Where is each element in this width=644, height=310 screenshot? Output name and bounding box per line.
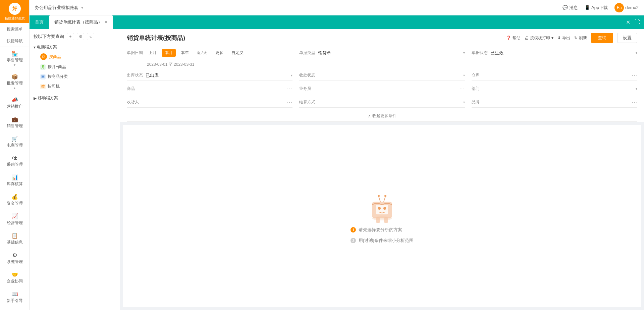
- scheme-settings-btn[interactable]: ⚙: [77, 33, 84, 40]
- enterprise-icon: 🤝: [11, 271, 18, 278]
- collapse-up-icon: ∧: [368, 114, 371, 118]
- query-btn[interactable]: 查询: [591, 33, 613, 43]
- filter-type-field: 单据类型 销货单 ▾: [299, 47, 465, 59]
- app-name: 畅捷通好生意: [5, 16, 25, 20]
- basic-icon: 📋: [11, 232, 18, 239]
- tabbar-controls: ✕ ⛶: [621, 18, 644, 26]
- dept-dropdown-icon: ▾: [636, 87, 637, 91]
- right-panel: 销货单统计表(按商品) ❓ 帮助 🖨 按模板打印 ▾ ⬇: [120, 29, 644, 310]
- tab-expand-btn[interactable]: ⛶: [633, 18, 641, 26]
- add-scheme-btn[interactable]: +: [67, 33, 74, 40]
- date-btn-thismonth[interactable]: 本月: [162, 49, 176, 57]
- page-title: 销货单统计表(按商品): [127, 34, 185, 42]
- sidebar-item-guide[interactable]: 📖 新手引导: [0, 288, 29, 307]
- step-num-2: 2: [351, 238, 356, 243]
- date-btn-custom[interactable]: 自定义: [228, 49, 247, 57]
- sidebar-item-apps[interactable]: 🧩 应用中心: [0, 307, 29, 310]
- export-btn[interactable]: ⬇ 导出: [557, 35, 570, 41]
- filter-paystatus-control[interactable]: ▾: [318, 73, 465, 77]
- filter-dept-control[interactable]: ▾: [490, 87, 637, 91]
- retail-icon: 🏪: [11, 50, 18, 57]
- content-area: 按以下方案查询 + ⚙ « ▾ 电脑端方案 商 按商品 月 按月+商品: [30, 29, 644, 310]
- paystatus-dropdown-icon: ▾: [463, 73, 465, 77]
- tabbar: 首页 销货单统计表（按商品） ✕ ✕ ⛶: [30, 15, 644, 29]
- filter-area: 单据日期 上月 本月 本年 近7天 更多 自定义: [127, 47, 637, 108]
- sidebar-item-purchase-label: 采购管理: [7, 162, 23, 167]
- sidebar-item-operations[interactable]: 📈 经营管理: [0, 210, 29, 229]
- expand-mobile-arrow-icon: ▶: [34, 96, 37, 101]
- filter-staff-control[interactable]: ···: [318, 86, 465, 92]
- scheme-item-by-product[interactable]: 商 按商品: [30, 51, 120, 62]
- collapse-btn[interactable]: ∧ 收起更多条件: [368, 113, 396, 119]
- filter-product-field: 商品 ···: [127, 84, 292, 94]
- sidebar-item-system-label: 系统管理: [7, 259, 23, 265]
- svg-point-3: [378, 207, 381, 210]
- filter-row-3: 商品 ··· 业务员 ··· 部门: [127, 84, 637, 94]
- help-btn[interactable]: ❓ 帮助: [506, 35, 521, 41]
- marketing-icon: 📣: [11, 97, 18, 103]
- sidebar-item-inventory[interactable]: 📊 库存核算: [0, 171, 29, 190]
- filter-product-control[interactable]: ···: [145, 86, 292, 92]
- date-btn-7days[interactable]: 近7天: [194, 49, 210, 57]
- sidebar-item-marketing[interactable]: 📣 营销推广: [0, 93, 29, 113]
- sidebar-item-sales[interactable]: 💼 销售管理: [0, 113, 29, 132]
- filter-warehouse-control[interactable]: ···: [490, 72, 637, 79]
- scheme-icon-month: 月: [40, 64, 46, 70]
- sidebar-item-wholesale[interactable]: 📦 批发管理 ▲: [0, 70, 29, 93]
- date-btn-lastmonth[interactable]: 上月: [146, 49, 160, 57]
- message-btn[interactable]: 💬 消息: [562, 5, 578, 11]
- system-icon: ⚙: [12, 252, 17, 258]
- app-download-btn[interactable]: 📱 App下载: [585, 5, 608, 11]
- filter-outstatus-value: 已出库: [146, 72, 291, 79]
- filter-paystatus-field: 收款状态 ▾: [299, 70, 465, 81]
- empty-step-1: 1 请先选择要分析的方案: [351, 227, 413, 233]
- topbar-right: 💬 消息 📱 App下载 Ea demo2: [562, 3, 639, 12]
- scheme-icon-category: 回: [40, 74, 46, 80]
- sidebar-item-ecommerce[interactable]: 🛒 电商管理: [0, 132, 29, 152]
- sidebar-item-retail[interactable]: 🏪 零售管理 ▼: [0, 47, 29, 70]
- date-btn-more[interactable]: 更多: [212, 49, 226, 57]
- brand-more-icon: ···: [632, 99, 637, 105]
- search-menu-btn[interactable]: 搜索菜单: [0, 23, 29, 36]
- settings-btn[interactable]: 设置: [617, 33, 637, 43]
- filter-settle-control[interactable]: ▾: [318, 100, 465, 104]
- scheme-section-desktop: ▾ 电脑端方案 商 按商品 月 按月+商品 回 按商品分类 按 按司机: [30, 43, 120, 94]
- logo-icon: 好: [9, 3, 21, 15]
- tab-close-btn[interactable]: ✕: [624, 18, 632, 26]
- topbar-dropdown-btn[interactable]: ▾: [81, 5, 83, 10]
- filter-status-field: 单据状态 已生效 ▾: [472, 47, 637, 59]
- scheme-group-desktop[interactable]: ▾ 电脑端方案: [30, 43, 120, 51]
- filter-status-value: 已生效: [490, 50, 636, 56]
- scheme-item-by-category[interactable]: 回 按商品分类: [30, 72, 120, 82]
- ecommerce-icon: 🛒: [11, 136, 18, 142]
- scheme-group-mobile[interactable]: ▶ 移动端方案: [30, 94, 120, 102]
- scheme-item-by-month-product[interactable]: 月 按月+商品: [30, 62, 120, 72]
- quick-nav-btn[interactable]: 快捷导航: [0, 36, 29, 47]
- date-btn-thisyear[interactable]: 本年: [178, 49, 192, 57]
- filter-outstatus-control[interactable]: 已出库 ▾: [146, 72, 292, 79]
- active-scheme-icon: 商: [40, 53, 47, 60]
- filter-type-control[interactable]: 销货单 ▾: [318, 50, 465, 56]
- sidebar-item-basic[interactable]: 📋 基础信息: [0, 229, 29, 249]
- sidebar-item-purchase[interactable]: 🛍 采购管理: [0, 152, 29, 171]
- sidebar-item-enterprise[interactable]: 🤝 企业协同: [0, 268, 29, 288]
- filter-brand-control[interactable]: ···: [490, 99, 637, 105]
- sidebar-item-retail-label: 零售管理: [7, 57, 23, 63]
- collapse-panel-btn[interactable]: «: [87, 33, 94, 40]
- refresh-btn[interactable]: ↻ 刷新: [574, 35, 587, 41]
- svg-rect-9: [376, 217, 380, 223]
- filter-type-label: 单据类型: [299, 50, 318, 56]
- print-btn[interactable]: 🖨 按模板打印 ▾: [525, 35, 553, 41]
- sidebar-item-finance[interactable]: 💰 资金管理: [0, 190, 29, 210]
- scheme-item-by-driver[interactable]: 按 按司机: [30, 82, 120, 91]
- tab-home[interactable]: 首页: [30, 15, 49, 29]
- filter-status-control[interactable]: 已生效 ▾: [490, 50, 637, 56]
- filter-receiver-control[interactable]: ···: [145, 99, 292, 105]
- filter-paystatus-label: 收款状态: [299, 72, 318, 78]
- tab-report[interactable]: 销货单统计表（按商品） ✕: [49, 15, 113, 29]
- sidebar-item-guide-label: 新手引导: [7, 298, 23, 304]
- user-profile-btn[interactable]: Ea demo2: [614, 3, 639, 12]
- filter-product-label: 商品: [127, 86, 145, 92]
- tab-report-close[interactable]: ✕: [104, 20, 108, 24]
- sidebar-item-system[interactable]: ⚙ 系统管理: [0, 249, 29, 268]
